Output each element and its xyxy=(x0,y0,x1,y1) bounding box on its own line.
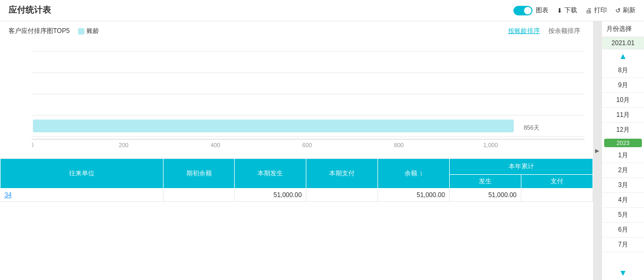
table-body: 34 51,000.00 51,000.00 51,000.00 xyxy=(1,189,593,202)
refresh-button[interactable]: ↺ 刷新 xyxy=(615,6,636,15)
cell-unit: 34 xyxy=(1,189,164,202)
bar-value-label: 856天 xyxy=(523,124,539,131)
unit-link[interactable]: 34 xyxy=(5,191,12,199)
col-opening: 期初余额 xyxy=(163,159,235,189)
table-header-row: 往来单位 期初余额 本期发生 本期支付 余额 ⤵ 本年累计 xyxy=(1,159,593,175)
month-item-5[interactable]: 5月 xyxy=(602,208,644,223)
svg-text:1,000: 1,000 xyxy=(483,142,498,148)
year-label-2023: 2023 xyxy=(604,139,642,147)
col-ytd: 本年累计 xyxy=(450,159,593,175)
cell-pay xyxy=(306,189,378,202)
legend-dot xyxy=(78,28,84,35)
col-ytd-pay: 支付 xyxy=(521,175,593,189)
sidebar-month-list: 8月 9月 10月 11月 12月 2023 1月 2月 3月 4月 5月 6月… xyxy=(602,63,644,266)
main-content: 客户应付排序图TOP5 账龄 按账龄排序 按余额排序 xyxy=(0,21,644,280)
month-item-3[interactable]: 3月 xyxy=(602,178,644,193)
right-sidebar: 月份选择 2021.01 ▲ 8月 9月 10月 11月 12月 2023 1月… xyxy=(602,21,644,280)
svg-text:400: 400 xyxy=(210,142,220,148)
month-item-8[interactable]: 8月 xyxy=(602,63,644,78)
header-actions: 图表 ⬇ 下载 🖨 打印 ↺ 刷新 xyxy=(513,6,636,15)
sidebar-current-value[interactable]: 2021.01 xyxy=(602,37,644,49)
refresh-label: 刷新 xyxy=(623,6,636,15)
sidebar-header: 月份选择 xyxy=(602,21,644,37)
month-item-2[interactable]: 2月 xyxy=(602,163,644,178)
print-label: 打印 xyxy=(594,6,607,15)
print-button[interactable]: 🖨 打印 xyxy=(586,6,607,15)
col-ytd-occur: 发生 xyxy=(450,175,521,189)
refresh-icon: ↺ xyxy=(615,7,621,14)
chart-legend: 客户应付排序图TOP5 账龄 xyxy=(8,27,99,36)
svg-text:200: 200 xyxy=(119,142,128,148)
chart-label: 图表 xyxy=(536,6,548,15)
download-button[interactable]: ⬇ 下载 xyxy=(557,6,577,15)
download-label: 下载 xyxy=(564,6,577,15)
balance-icon: ⤵ xyxy=(420,171,423,176)
sidebar-collapse-button[interactable]: ▶ xyxy=(593,21,602,280)
month-item-4[interactable]: 4月 xyxy=(602,193,644,208)
svg-text:600: 600 xyxy=(302,142,312,148)
bar-rect xyxy=(33,120,514,132)
month-item-12[interactable]: 12月 xyxy=(602,123,644,138)
chevron-down-icon: ▼ xyxy=(619,268,628,278)
month-item-1[interactable]: 1月 xyxy=(602,148,644,163)
cell-ytd-pay xyxy=(521,189,593,202)
bar-chart-wrapper: 34 856天 0 200 400 600 800 xyxy=(0,41,593,158)
expand-icon: ▶ xyxy=(595,148,599,154)
chart-sort-buttons: 按账龄排序 按余额排序 xyxy=(504,26,585,37)
table-wrapper: 往来单位 期初余额 本期发生 本期支付 余额 ⤵ 本年累计 xyxy=(0,158,593,202)
cell-balance: 51,000.00 xyxy=(378,189,450,202)
cell-opening xyxy=(163,189,235,202)
sidebar-title: 月份选择 xyxy=(606,24,632,33)
table-section: 往来单位 期初余额 本期发生 本期支付 余额 ⤵ 本年累计 xyxy=(0,158,593,202)
month-item-6[interactable]: 6月 xyxy=(602,223,644,237)
month-item-10[interactable]: 10月 xyxy=(602,93,644,108)
legend-label: 账龄 xyxy=(87,27,99,36)
cell-ytd-occur: 51,000.00 xyxy=(450,189,521,202)
print-icon: 🖨 xyxy=(586,7,592,14)
cell-occur: 51,000.00 xyxy=(235,189,306,202)
legend-item: 账龄 xyxy=(78,27,99,36)
chart-toggle[interactable]: 图表 xyxy=(513,6,548,15)
chart-header: 客户应付排序图TOP5 账龄 按账龄排序 按余额排序 xyxy=(0,21,593,41)
svg-text:0: 0 xyxy=(32,142,33,148)
month-item-11[interactable]: 11月 xyxy=(602,108,644,123)
table-row: 34 51,000.00 51,000.00 51,000.00 xyxy=(1,189,593,202)
month-item-9[interactable]: 9月 xyxy=(602,78,644,93)
app-header: 应付统计表 图表 ⬇ 下载 🖨 打印 ↺ 刷新 xyxy=(0,0,644,21)
col-balance: 余额 ⤵ xyxy=(378,159,450,189)
col-unit: 往来单位 xyxy=(1,159,164,189)
toggle-thumb xyxy=(524,7,531,14)
sidebar-down-button[interactable]: ▼ xyxy=(602,266,644,280)
data-table: 往来单位 期初余额 本期发生 本期支付 余额 ⤵ 本年累计 xyxy=(0,158,593,202)
chart-area: 客户应付排序图TOP5 账龄 按账龄排序 按余额排序 xyxy=(0,21,593,280)
legend-title: 客户应付排序图TOP5 xyxy=(8,27,70,36)
sort-by-amount-button[interactable]: 按余额排序 xyxy=(544,26,585,37)
bar-chart-svg: 34 856天 0 200 400 600 800 xyxy=(32,41,585,158)
sidebar-up-button[interactable]: ▲ xyxy=(602,49,644,63)
svg-text:800: 800 xyxy=(394,142,403,148)
download-icon: ⬇ xyxy=(557,7,562,14)
sort-by-balance-button[interactable]: 按账龄排序 xyxy=(504,26,544,37)
col-pay: 本期支付 xyxy=(306,159,378,189)
month-item-7[interactable]: 7月 xyxy=(602,237,644,252)
col-occur: 本期发生 xyxy=(235,159,306,189)
toggle-track[interactable] xyxy=(513,6,533,15)
page-title: 应付统计表 xyxy=(8,5,51,16)
chevron-up-icon: ▲ xyxy=(619,52,628,61)
